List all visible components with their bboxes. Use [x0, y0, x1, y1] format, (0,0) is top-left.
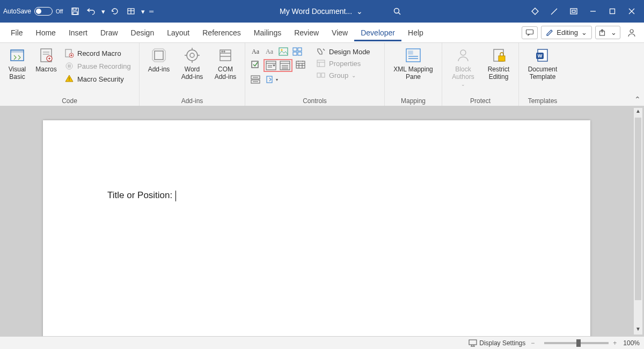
autosave-toggle[interactable] [34, 7, 53, 16]
group-code-label: Code [4, 96, 135, 105]
svg-rect-28 [70, 64, 71, 68]
svg-rect-18 [11, 50, 24, 53]
tab-layout[interactable]: Layout [160, 24, 196, 41]
word-addins-icon [183, 46, 201, 64]
record-macro-label: Record Macro [77, 49, 121, 57]
svg-point-38 [281, 49, 283, 51]
svg-rect-42 [298, 52, 302, 55]
tab-design[interactable]: Design [125, 24, 161, 41]
display-settings-button[interactable]: Display Settings [469, 339, 525, 347]
svg-rect-70 [321, 73, 325, 77]
com-addins-label: COM Add-ins [211, 66, 239, 81]
group-mapping-label: Mapping [389, 96, 437, 105]
minimize-button[interactable] [584, 4, 602, 18]
undo-dropdown-icon[interactable]: ▾ [100, 4, 106, 18]
zoom-percent[interactable]: 100% [623, 339, 640, 347]
xml-mapping-button[interactable]: XML Mapping Pane [389, 45, 437, 82]
tab-review[interactable]: Review [288, 24, 325, 41]
scroll-thumb[interactable] [635, 118, 641, 300]
autosave-control[interactable]: AutoSave Off [3, 7, 63, 16]
repeating-control-icon[interactable] [250, 74, 261, 85]
checkbox-control-icon[interactable] [250, 59, 261, 70]
addins-button[interactable]: Add-ins [144, 45, 174, 74]
dropdown-control-icon[interactable] [279, 60, 291, 71]
tab-view[interactable]: View [325, 24, 354, 41]
document-template-button[interactable]: W Document Template [523, 45, 562, 82]
svg-rect-27 [68, 64, 69, 68]
record-macro-button[interactable]: Record Macro [62, 47, 133, 59]
brush-icon[interactable] [545, 4, 564, 18]
group-control-label: Group [329, 71, 348, 79]
richtext-control-icon[interactable]: Aa [250, 46, 261, 57]
word-addins-button[interactable]: Word Add-ins [177, 45, 207, 82]
account-icon[interactable] [624, 26, 640, 40]
scroll-down-icon[interactable]: ▼ [634, 326, 642, 335]
zoom-in-button[interactable]: + [613, 339, 617, 347]
maximize-button[interactable] [603, 4, 621, 18]
pause-recording-label: Pause Recording [77, 62, 131, 70]
zoom-out-button[interactable]: − [531, 339, 535, 347]
redo-icon[interactable] [108, 4, 122, 18]
visual-basic-button[interactable]: Visual Basic [4, 45, 30, 82]
undo-icon[interactable] [84, 4, 98, 18]
tab-references[interactable]: References [196, 24, 247, 41]
zoom-slider[interactable] [544, 342, 609, 344]
group-mapping: XML Mapping Pane Mapping [385, 43, 442, 106]
document-template-icon: W [533, 46, 552, 64]
window-presentation-icon[interactable] [565, 4, 583, 18]
tab-home[interactable]: Home [30, 24, 62, 41]
com-addins-button[interactable]: COM Add-ins [210, 45, 240, 82]
title-dropdown-icon[interactable]: ⌄ [356, 7, 363, 16]
design-mode-button[interactable]: Design Mode [314, 46, 372, 57]
combobox-dropdown-highlight [264, 59, 292, 72]
restrict-editing-label: Restrict Editing [484, 66, 513, 81]
tab-draw[interactable]: Draw [94, 24, 125, 41]
document-body[interactable]: Title or Position: [43, 120, 590, 271]
qat-dropdown-icon[interactable]: ▾ [140, 4, 145, 18]
table-icon[interactable] [124, 4, 138, 18]
macro-security-button[interactable]: ! Macro Security [62, 73, 133, 85]
combobox-control-icon[interactable] [265, 60, 277, 71]
document-title[interactable]: My Word Document... [280, 7, 352, 16]
close-button[interactable] [623, 4, 641, 18]
design-mode-label: Design Mode [329, 48, 370, 56]
restrict-editing-icon [489, 46, 508, 64]
scroll-up-icon[interactable]: ▲ [634, 108, 642, 117]
group-button: Group ⌄ [314, 70, 372, 81]
document-title-area: My Word Document... ⌄ [155, 7, 526, 16]
editing-label: Editing [557, 28, 578, 37]
svg-rect-66 [317, 60, 325, 67]
qat-customize-icon[interactable]: ═ [148, 4, 155, 18]
tab-insert[interactable]: Insert [62, 24, 94, 41]
macros-button[interactable]: Macros [33, 45, 59, 74]
tab-file[interactable]: File [4, 24, 30, 41]
restrict-editing-button[interactable]: Restrict Editing [483, 45, 514, 82]
properties-button: Properties [314, 58, 372, 69]
datepicker-control-icon[interactable] [295, 59, 306, 70]
share-button[interactable]: ⌄ [595, 26, 620, 39]
addins-label: Add-ins [148, 66, 170, 73]
editing-mode-button[interactable]: Editing ⌄ [541, 26, 592, 39]
document-page[interactable]: Title or Position: [43, 120, 590, 336]
ribbon-collapse-icon[interactable]: ⌃ [634, 95, 641, 104]
svg-point-6 [394, 9, 399, 13]
workspace: Title or Position: ▲ ▼ [0, 106, 644, 336]
tab-help[interactable]: Help [401, 24, 430, 41]
svg-rect-39 [293, 48, 297, 51]
tab-mailings[interactable]: Mailings [247, 24, 288, 41]
text-cursor [175, 191, 176, 201]
diamond-icon[interactable] [526, 4, 544, 18]
plaintext-control-icon[interactable]: Aa [264, 46, 275, 57]
tab-developer[interactable]: Developer [354, 24, 401, 41]
legacy-tools-icon[interactable]: ▾ [264, 74, 280, 85]
picture-control-icon[interactable] [277, 46, 289, 57]
comments-button[interactable] [522, 26, 538, 39]
vertical-scrollbar[interactable]: ▲ ▼ [633, 107, 643, 335]
zoom-knob[interactable] [576, 339, 581, 347]
search-icon[interactable] [393, 7, 401, 16]
svg-rect-2 [73, 12, 77, 14]
svg-rect-43 [252, 61, 258, 68]
buildingblock-control-icon[interactable] [291, 46, 303, 57]
save-icon[interactable] [68, 4, 82, 18]
xml-mapping-label: XML Mapping Pane [390, 66, 436, 81]
